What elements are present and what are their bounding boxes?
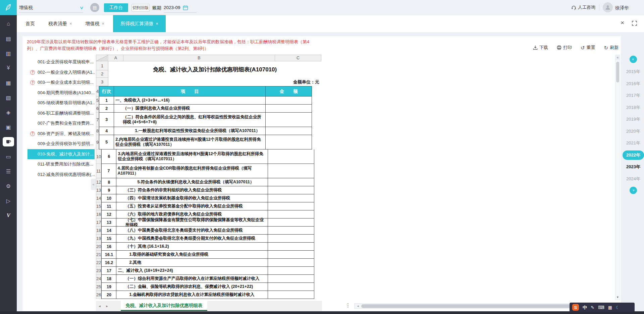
years-scroll-up-button[interactable]: « bbox=[630, 56, 637, 63]
workbench-button[interactable]: 工作台 bbox=[104, 3, 128, 12]
night-mode-icon[interactable]: ☾ bbox=[616, 305, 620, 310]
report-list-item[interactable]: ?002-一般企业收入明细表(A1... bbox=[28, 67, 95, 77]
nav-item-safe[interactable]: ▣ bbox=[0, 121, 17, 133]
nav-item-assets[interactable]: ▦ bbox=[0, 77, 17, 89]
amount-cell[interactable] bbox=[268, 251, 314, 259]
sogou-logo-icon[interactable]: S bbox=[572, 304, 579, 311]
report-badge-button[interactable]: ▤ bbox=[90, 3, 99, 12]
select-all-corner[interactable] bbox=[96, 55, 108, 61]
amount-cell[interactable] bbox=[266, 97, 312, 105]
tab-close-icon[interactable]: × bbox=[156, 21, 158, 26]
year-item-2021年[interactable]: 2021年 bbox=[623, 138, 644, 148]
more-options-icon[interactable]: ⋮ bbox=[345, 302, 351, 308]
year-item-2023年[interactable]: 2023年 bbox=[623, 162, 644, 172]
years-scroll-down-button[interactable]: « bbox=[630, 187, 637, 194]
lang-toggle[interactable]: 中 bbox=[583, 305, 587, 310]
symbols-icon[interactable]: ▦ bbox=[608, 305, 612, 310]
prev-sheet-arrow[interactable]: ◂ bbox=[96, 304, 103, 308]
amount-cell[interactable] bbox=[268, 267, 314, 275]
vertical-scrollbar[interactable] bbox=[615, 55, 620, 300]
report-list-item[interactable]: 006-职工薪酬纳税调整明细... bbox=[28, 108, 95, 118]
year-item-2022年[interactable]: 2022年 bbox=[623, 150, 644, 160]
column-letter-a[interactable]: A bbox=[108, 55, 123, 61]
report-list-item[interactable]: 001-企业所得税年度纳税申... bbox=[28, 57, 95, 67]
period-picker[interactable]: 2023-09 bbox=[164, 3, 197, 13]
column-letter-c[interactable]: C bbox=[275, 55, 321, 61]
amount-cell[interactable] bbox=[268, 259, 314, 267]
year-item-2020年[interactable]: 2020年 bbox=[623, 127, 644, 136]
nav-item-reports[interactable]: ▥ bbox=[0, 47, 17, 59]
tab-首页[interactable]: 首页 bbox=[21, 15, 40, 32]
column-letter-b[interactable]: B bbox=[123, 55, 275, 61]
print-button[interactable]: 打印 bbox=[557, 45, 572, 51]
year-item-2024年[interactable]: 2024年 bbox=[623, 174, 644, 184]
amount-cell[interactable] bbox=[268, 194, 314, 202]
year-item-2016年[interactable]: 2016年 bbox=[623, 79, 644, 88]
report-list-item[interactable]: 011-研发费用加计扣除优惠... bbox=[28, 159, 95, 169]
tax-type-select[interactable]: 增值税 ∨ bbox=[19, 3, 83, 13]
report-list-item[interactable]: ?008-资产折旧、摊销及纳税... bbox=[28, 129, 95, 139]
collapse-sidebar-handle[interactable]: « bbox=[91, 179, 96, 190]
tab-增值税[interactable]: 增值税× bbox=[81, 15, 109, 32]
scroll-down-icon[interactable]: ▼ bbox=[615, 295, 620, 300]
amount-cell[interactable] bbox=[266, 113, 312, 127]
tab-close-icon[interactable]: × bbox=[102, 21, 105, 26]
avatar[interactable] bbox=[603, 2, 613, 12]
keyboard-icon[interactable]: ⌨ bbox=[598, 305, 604, 310]
amount-cell[interactable] bbox=[268, 275, 314, 283]
report-list-item[interactable]: 007-广告费和业务宣传费跨... bbox=[28, 118, 95, 128]
year-item-2017年[interactable]: 2017年 bbox=[623, 91, 644, 100]
nav-item-brand-v[interactable]: V bbox=[0, 209, 17, 222]
tab-税表清册[interactable]: 税表清册× bbox=[44, 15, 77, 32]
amount-cell[interactable] bbox=[268, 291, 314, 299]
close-icon[interactable]: × bbox=[621, 19, 624, 26]
switch-old-version-button[interactable]: 切到旧版 bbox=[131, 4, 150, 12]
amount-cell[interactable] bbox=[268, 283, 314, 291]
report-list-item[interactable]: 009-企业所得税弥补亏损明... bbox=[28, 139, 95, 149]
amount-cell[interactable] bbox=[266, 105, 312, 113]
support-link[interactable]: 人工咨询 bbox=[571, 4, 595, 10]
amount-cell[interactable] bbox=[268, 178, 314, 186]
nav-item-vouchers[interactable]: ▤ bbox=[0, 33, 17, 45]
amount-cell[interactable] bbox=[268, 243, 314, 251]
fullscreen-icon[interactable] bbox=[632, 21, 637, 27]
amount-cell[interactable] bbox=[268, 186, 314, 194]
amount-cell[interactable] bbox=[268, 227, 314, 235]
username[interactable]: 徐泽华 bbox=[615, 5, 629, 11]
refresh-button[interactable]: ↻刷新 bbox=[604, 45, 619, 51]
amount-cell[interactable] bbox=[266, 127, 312, 135]
nav-item-workspace[interactable] bbox=[0, 136, 17, 148]
report-list-item[interactable]: ?003-一般企业成本支出明细... bbox=[28, 77, 95, 87]
nav-item-mobile[interactable]: ▭ bbox=[0, 150, 17, 163]
download-button[interactable]: 下载 bbox=[533, 45, 548, 51]
nav-item-tax[interactable]: ¥ bbox=[0, 62, 17, 74]
vscroll-thumb[interactable] bbox=[616, 62, 619, 82]
nav-item-invoices[interactable]: ▧ bbox=[0, 91, 17, 104]
handwriting-icon[interactable]: ✎ bbox=[591, 305, 594, 310]
amount-cell[interactable] bbox=[268, 149, 314, 164]
year-item-2018年[interactable]: 2018年 bbox=[623, 103, 644, 112]
reset-button[interactable]: ↺重置 bbox=[581, 45, 595, 51]
report-list-item[interactable]: 012-减免所得税优惠明细表(... bbox=[28, 170, 95, 180]
amount-cell[interactable] bbox=[268, 235, 314, 243]
nav-item-checkout[interactable]: ◈ bbox=[0, 106, 17, 118]
nav-item-archive[interactable]: ☰ bbox=[0, 165, 17, 177]
amount-cell[interactable] bbox=[268, 210, 314, 218]
tab-所得税汇算清缴[interactable]: 所得税汇算清缴× bbox=[113, 15, 166, 32]
tab-close-icon[interactable]: × bbox=[69, 21, 72, 26]
scroll-left-icon[interactable]: ◂ bbox=[355, 304, 361, 308]
amount-cell[interactable] bbox=[268, 218, 314, 227]
report-list-item[interactable]: 004-期间费用明细表(A1040... bbox=[28, 88, 95, 98]
sheet-tab[interactable]: 免税、减计收入及加计扣除优惠明细表 bbox=[121, 301, 207, 311]
year-item-2015年[interactable]: 2015年 bbox=[623, 67, 644, 76]
next-sheet-arrow[interactable]: ▸ bbox=[103, 304, 111, 308]
year-item-2019年[interactable]: 2019年 bbox=[623, 115, 644, 124]
nav-item-home[interactable]: ⌂ bbox=[0, 18, 17, 30]
nav-item-settings[interactable]: ⚙ bbox=[0, 180, 17, 192]
amount-cell[interactable] bbox=[266, 135, 312, 149]
amount-cell[interactable] bbox=[268, 202, 314, 210]
nav-item-media[interactable]: ▷ bbox=[0, 195, 17, 207]
report-list-item[interactable]: 005-纳税调整项目明细表(A1... bbox=[28, 98, 95, 108]
report-list-item[interactable]: 010-免税、减计收入及加计... bbox=[28, 149, 95, 159]
collapse-years-handle[interactable]: « bbox=[615, 55, 620, 60]
